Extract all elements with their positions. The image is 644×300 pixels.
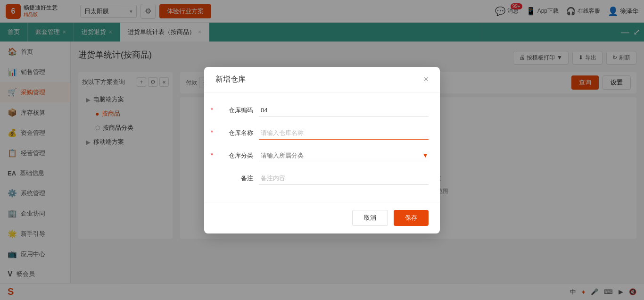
name-label: 仓库名称 bbox=[215, 129, 253, 137]
category-input[interactable] bbox=[259, 149, 422, 162]
category-dropdown-icon[interactable]: ▼ bbox=[422, 151, 429, 159]
form-row-remark: 备注 bbox=[215, 172, 429, 185]
form-row-name: 仓库名称 bbox=[215, 126, 429, 140]
dialog-body: 仓库编码 仓库名称 仓库分类 ▼ 备注 bbox=[204, 92, 440, 202]
name-input[interactable] bbox=[259, 126, 429, 140]
modal-overlay[interactable]: 新增仓库 × 仓库编码 仓库名称 仓库分类 ▼ bbox=[0, 0, 644, 300]
code-input[interactable] bbox=[259, 104, 429, 117]
cancel-button[interactable]: 取消 bbox=[352, 210, 388, 226]
dialog-header: 新增仓库 × bbox=[204, 67, 440, 92]
form-row-code: 仓库编码 bbox=[215, 104, 429, 117]
category-label: 仓库分类 bbox=[215, 151, 253, 160]
code-label: 仓库编码 bbox=[215, 106, 253, 115]
dialog-add-warehouse: 新增仓库 × 仓库编码 仓库名称 仓库分类 ▼ bbox=[204, 67, 440, 233]
dialog-close-button[interactable]: × bbox=[423, 75, 429, 83]
category-select-wrapper: ▼ bbox=[259, 149, 429, 162]
dialog-title: 新增仓库 bbox=[215, 75, 246, 84]
form-row-category: 仓库分类 ▼ bbox=[215, 149, 429, 162]
dialog-footer: 取消 保存 bbox=[204, 202, 440, 233]
remark-label: 备注 bbox=[215, 174, 253, 183]
remark-input[interactable] bbox=[259, 172, 429, 185]
save-button[interactable]: 保存 bbox=[394, 210, 429, 226]
